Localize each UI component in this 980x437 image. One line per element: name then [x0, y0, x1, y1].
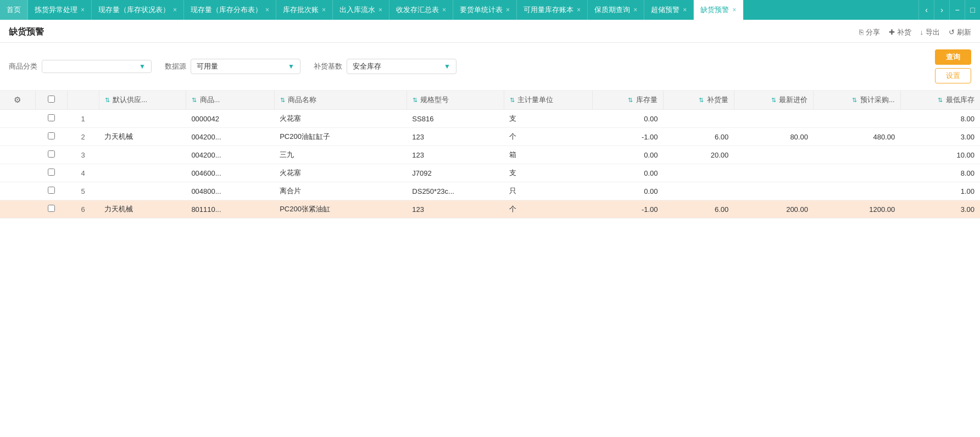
tab-close-btn-8[interactable]: × — [577, 6, 581, 14]
col-estimated-header[interactable]: ⇅ 预计采购... — [814, 91, 900, 110]
row-settings-5 — [0, 200, 35, 218]
tab-close-btn-10[interactable]: × — [683, 6, 687, 14]
col-unit-header[interactable]: ⇅ 主计量单位 — [504, 91, 593, 110]
row-minstock-2: 10.00 — [900, 146, 980, 164]
row-spec-3: J7092 — [407, 164, 504, 182]
col-stock-label: 库存量 — [636, 96, 658, 104]
col-spec-label: 规格型号 — [420, 96, 449, 104]
tab-item-11[interactable]: 缺货预警× — [694, 0, 743, 20]
tab-close-btn-7[interactable]: × — [506, 6, 510, 14]
row-checkbox-cell-0 — [35, 110, 67, 128]
select-all-checkbox[interactable] — [48, 96, 55, 103]
col-estimated-label: 预计采购... — [860, 96, 895, 104]
tab-item-4[interactable]: 库存批次账× — [276, 0, 333, 20]
tab-item-6[interactable]: 收发存汇总表× — [389, 0, 453, 20]
col-minstock-header[interactable]: ⇅ 最低库存 — [900, 91, 980, 110]
row-price-4 — [734, 182, 814, 200]
query-button[interactable]: 查询 — [935, 49, 971, 65]
tab-item-1[interactable]: 拣货异常处理× — [28, 0, 92, 20]
refresh-icon: ↺ — [949, 28, 955, 36]
row-replenish-2: 20.00 — [664, 146, 734, 164]
tab-item-0[interactable]: 首页 — [0, 0, 28, 20]
row-settings-3 — [0, 164, 35, 182]
row-supplier-4 — [99, 182, 186, 200]
tab-next-btn[interactable]: › — [934, 0, 949, 20]
row-estimated-5: 1200.00 — [814, 200, 900, 218]
tab-item-3[interactable]: 现存量（库存分布表）× — [184, 0, 276, 20]
col-spec-header[interactable]: ⇅ 规格型号 — [407, 91, 504, 110]
refresh-button[interactable]: ↺ 刷新 — [949, 27, 971, 37]
row-supplier-0 — [99, 110, 186, 128]
row-checkbox-0[interactable] — [48, 114, 55, 121]
code-sort-icon: ⇅ — [192, 97, 197, 103]
row-price-1: 80.00 — [734, 128, 814, 146]
page-title: 缺货预警 — [9, 26, 44, 38]
tab-bar: 首页拣货异常处理×现存量（库存状况表）×现存量（库存分布表）×库存批次账×出入库… — [0, 0, 980, 20]
table-row: 6 力天机械 801110... PC200张紧油缸 123 个 -1.00 6… — [0, 200, 980, 218]
tab-close-btn-1[interactable]: × — [81, 6, 85, 14]
table-row: 5 004800... 离合片 DS250*23c... 只 0.00 1.00 — [0, 182, 980, 200]
col-supplier-header[interactable]: ⇅ 默认供应... — [99, 91, 186, 110]
replenish-base-select[interactable]: 安全库存 ▼ — [347, 59, 456, 74]
row-checkbox-5[interactable] — [48, 205, 55, 212]
row-unit-1: 个 — [504, 128, 593, 146]
row-price-3 — [734, 164, 814, 182]
tab-close-btn-2[interactable]: × — [173, 6, 177, 14]
datasource-select[interactable]: 可用量 ▼ — [191, 59, 300, 74]
col-name-header[interactable]: ⇅ 商品名称 — [274, 91, 407, 110]
row-minstock-4: 1.00 — [900, 182, 980, 200]
row-checkbox-1[interactable] — [48, 132, 55, 139]
col-replenish-header[interactable]: ⇅ 补货量 — [664, 91, 734, 110]
tab-close-btn-4[interactable]: × — [322, 6, 326, 14]
row-estimated-4 — [814, 182, 900, 200]
row-price-2 — [734, 146, 814, 164]
tab-close-btn-11[interactable]: × — [732, 6, 736, 14]
row-checkbox-cell-5 — [35, 200, 67, 218]
row-checkbox-3[interactable] — [48, 169, 55, 176]
tab-item-5[interactable]: 出入库流水× — [333, 0, 389, 20]
row-checkbox-4[interactable] — [48, 187, 55, 194]
row-settings-2 — [0, 146, 35, 164]
row-checkbox-cell-2 — [35, 146, 67, 164]
column-settings-icon[interactable]: ⚙ — [14, 95, 21, 104]
table-row: 4 004600... 火花塞 J7092 支 0.00 8.00 — [0, 164, 980, 182]
tab-prev-btn[interactable]: ‹ — [918, 0, 934, 20]
tab-close-btn-5[interactable]: × — [378, 6, 382, 14]
share-button[interactable]: ⎘ 分享 — [859, 27, 880, 37]
tab-item-7[interactable]: 要货单统计表× — [453, 0, 517, 20]
category-select[interactable]: ▼ — [42, 60, 152, 73]
page-content: 缺货预警 ⎘ 分享 ✚ 补货 ↓ 导出 ↺ 刷新 商品分类 — [0, 20, 980, 437]
tab-minimize-btn[interactable]: − — [949, 0, 965, 20]
row-unit-2: 箱 — [504, 146, 593, 164]
row-checkbox-2[interactable] — [48, 150, 55, 158]
supplier-sort-icon: ⇅ — [105, 97, 110, 103]
tab-close-btn-9[interactable]: × — [633, 6, 637, 14]
row-replenish-5: 6.00 — [664, 200, 734, 218]
row-estimated-0 — [814, 110, 900, 128]
col-stock-header[interactable]: ⇅ 库存量 — [593, 91, 664, 110]
tab-close-btn-6[interactable]: × — [442, 6, 446, 14]
unit-sort-icon: ⇅ — [510, 97, 515, 103]
row-num-1: 2 — [67, 128, 99, 146]
replenish-button[interactable]: ✚ 补货 — [889, 27, 911, 37]
tab-nav-buttons: ‹ › − □ — [918, 0, 980, 20]
tab-item-10[interactable]: 超储预警× — [644, 0, 694, 20]
tab-item-8[interactable]: 可用量库存账本× — [517, 0, 588, 20]
tab-maximize-btn[interactable]: □ — [965, 0, 980, 20]
share-icon: ⎘ — [859, 28, 864, 36]
row-minstock-5: 3.00 — [900, 200, 980, 218]
col-num-header — [67, 91, 99, 110]
tab-item-9[interactable]: 保质期查询× — [588, 0, 644, 20]
row-name-4: 离合片 — [274, 182, 407, 200]
settings-button[interactable]: 设置 — [935, 68, 971, 83]
export-button[interactable]: ↓ 导出 — [920, 27, 940, 37]
row-num-3: 4 — [67, 164, 99, 182]
category-arrow-icon: ▼ — [139, 63, 146, 70]
col-price-header[interactable]: ⇅ 最新进价 — [734, 91, 814, 110]
tab-close-btn-3[interactable]: × — [265, 6, 269, 14]
main-table: ⚙ ⇅ 默认供应... ⇅ 商品... ⇅ — [0, 91, 980, 218]
col-code-header[interactable]: ⇅ 商品... — [186, 91, 274, 110]
row-name-2: 三九 — [274, 146, 407, 164]
col-settings-header: ⚙ — [0, 91, 35, 110]
tab-item-2[interactable]: 现存量（库存状况表）× — [92, 0, 184, 20]
